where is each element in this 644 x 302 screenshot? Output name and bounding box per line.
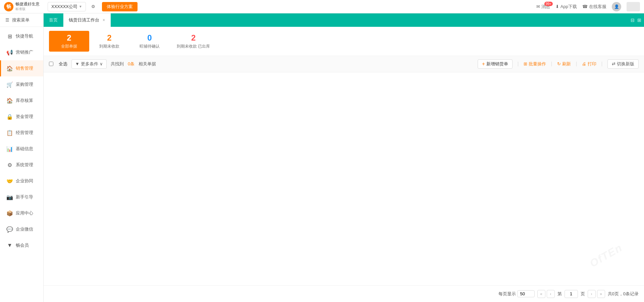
- system-icon: ⚙: [6, 162, 13, 168]
- prev-page-btn[interactable]: ‹: [547, 290, 555, 298]
- refresh-icon: ↻: [557, 61, 561, 66]
- filter-btn[interactable]: ▼ 更多条件 ∨: [71, 59, 107, 69]
- page-number-input[interactable]: [565, 290, 578, 298]
- sidebar-item-inventory[interactable]: 🏠 库存核算: [0, 93, 43, 109]
- new-sale-icon: +: [482, 61, 485, 67]
- batch-ops-btn[interactable]: ⊞ 批量操作: [524, 61, 546, 67]
- select-all-label: 全选: [59, 61, 67, 67]
- logo-icon: 畅: [4, 2, 13, 11]
- sidebar-item-sales[interactable]: 🏠 销售管理: [0, 60, 43, 76]
- settings-icon[interactable]: ⚙: [89, 2, 98, 11]
- toolbar-right: + 新增销货单 ⊞ 批量操作 ↻ 刷新 🖨 打印: [478, 59, 639, 69]
- sidebar-label-marketing: 营销推广: [16, 49, 33, 55]
- sidebar-item-member[interactable]: ▼ 畅会员: [0, 237, 43, 253]
- nav-tabs-actions: ⊟ ⊞: [631, 17, 644, 23]
- sidebar-label-finance: 资金管理: [16, 114, 33, 120]
- download-icon: ⬇: [555, 4, 559, 9]
- new-sale-btn[interactable]: + 新增销货单: [478, 59, 513, 69]
- per-page-label: 每页显示: [498, 291, 516, 297]
- sidebar-label-member: 畅会员: [16, 242, 29, 248]
- sidebar-menu: ⊞ 快捷导航 📢 营销推广 🏠 销售管理 🛒 采购管理 🏠 库存核算 🔒 资金管…: [0, 27, 43, 302]
- sidebar-item-operations[interactable]: 📋 经营管理: [0, 125, 43, 141]
- stat-card-overdue[interactable]: 2 到期未收款: [89, 31, 129, 52]
- message-badge: 99+: [544, 2, 553, 6]
- filter-arrow: ∨: [100, 61, 103, 66]
- tab-expand-btn[interactable]: ⊞: [637, 17, 641, 23]
- print-label: 打印: [588, 61, 596, 67]
- sidebar-item-weixin[interactable]: 💬 企业微信: [0, 221, 43, 237]
- sidebar-item-base-info[interactable]: 📊 基础信息: [0, 141, 43, 157]
- tab-close-icon[interactable]: ×: [103, 18, 105, 22]
- batch-icon: ⊞: [524, 61, 527, 66]
- stat-card-pending[interactable]: 0 旺辅待确认: [129, 31, 170, 52]
- sidebar-item-marketing[interactable]: 📢 营销推广: [0, 44, 43, 60]
- header-right: ✉ 消息 99+ ⬇ App下载 ☎ 在线客服 👤: [536, 2, 640, 11]
- tab-home[interactable]: 首页: [44, 13, 63, 27]
- sidebar-item-purchase[interactable]: 🛒 采购管理: [0, 76, 43, 93]
- stat-num-shipped: 2: [177, 33, 210, 43]
- logo-text: 畅捷通好生意: [15, 2, 40, 7]
- tab-active[interactable]: 钱货日清工作台 ×: [63, 13, 111, 27]
- toolbar-divider-1: [518, 62, 518, 66]
- marketing-icon: 📢: [6, 49, 13, 56]
- sidebar-item-system[interactable]: ⚙ 系统管理: [0, 157, 43, 173]
- stat-card-shipped[interactable]: 2 到期未收款 已出库: [170, 31, 217, 52]
- stat-num-all: 2: [56, 33, 82, 43]
- stat-num-pending: 0: [137, 33, 163, 43]
- sidebar-label-coop: 企业协同: [16, 178, 33, 184]
- switch-label: 切换新版: [617, 61, 634, 67]
- filter-label: 更多条件: [81, 61, 98, 67]
- last-page-btn[interactable]: »: [597, 290, 605, 298]
- operations-icon: 📋: [6, 130, 13, 136]
- online-service-btn[interactable]: ☎ 在线客服: [582, 4, 606, 10]
- sidebar-label-app-center: 应用中心: [16, 210, 33, 216]
- refresh-btn[interactable]: ↻ 刷新: [557, 61, 571, 67]
- trial-button[interactable]: 体验行业方案: [102, 2, 138, 11]
- search-menu-label: 搜索菜单: [12, 17, 30, 23]
- search-menu-icon: ☰: [5, 17, 9, 22]
- logo-area: 畅 畅捷通好生意 标准版: [4, 2, 48, 12]
- per-page-selector[interactable]: 50 20 100: [517, 290, 535, 297]
- first-page-btn[interactable]: «: [537, 290, 545, 298]
- app-download-label: App下载: [560, 4, 577, 10]
- sidebar-item-quick-nav[interactable]: ⊞ 快捷导航: [0, 28, 43, 44]
- pagination: 每页显示 50 20 100 « ‹ 第 页 › » 共0页，0条记录: [44, 285, 644, 302]
- stat-card-all[interactable]: 2 全部单据: [49, 31, 89, 52]
- sidebar-item-guide[interactable]: 📷 新手引导: [0, 189, 43, 205]
- sidebar: ☰ 搜索菜单 ⊞ 快捷导航 📢 营销推广 🏠 销售管理 🛒 采购管理 🏠 库存核…: [0, 0, 44, 302]
- tab-collapse-btn[interactable]: ⊟: [631, 17, 635, 23]
- avatar[interactable]: 👤: [612, 2, 621, 11]
- switch-icon: ⇄: [612, 61, 615, 66]
- company-selector[interactable]: XXXXXX公司 ▼: [48, 2, 86, 11]
- refresh-label: 刷新: [562, 61, 571, 67]
- found-suffix: 相关单据: [139, 61, 156, 67]
- select-all-checkbox[interactable]: [49, 62, 53, 66]
- stat-label-overdue: 到期未收款: [96, 44, 122, 49]
- page-nav: « ‹ 第 页 › »: [537, 290, 605, 298]
- message-icon: ✉: [536, 4, 540, 9]
- nav-tabs: 首页 钱货日清工作台 × ⊟ ⊞: [44, 13, 644, 27]
- next-page-btn[interactable]: ›: [588, 290, 596, 298]
- search-menu-btn[interactable]: ☰ 搜索菜单: [0, 13, 43, 27]
- user-menu[interactable]: [627, 2, 640, 11]
- sidebar-label-purchase: 采购管理: [16, 81, 33, 87]
- table-area: [44, 72, 644, 285]
- sidebar-label-guide: 新手引导: [16, 194, 33, 200]
- sidebar-item-finance[interactable]: 🔒 资金管理: [0, 109, 43, 125]
- switch-version-btn[interactable]: ⇄ 切换新版: [607, 59, 639, 69]
- sidebar-item-app-center[interactable]: 📦 应用中心: [0, 205, 43, 221]
- logo-tag: 标准版: [15, 7, 40, 11]
- message-btn[interactable]: ✉ 消息 99+: [536, 4, 550, 10]
- sidebar-item-coop[interactable]: 🤝 企业协同: [0, 173, 43, 189]
- sidebar-label-inventory: 库存核算: [16, 98, 33, 104]
- purchase-icon: 🛒: [6, 81, 13, 88]
- stat-label-all: 全部单据: [56, 44, 82, 49]
- stat-label-pending: 旺辅待确认: [137, 44, 163, 49]
- app-download-btn[interactable]: ⬇ App下载: [555, 4, 577, 10]
- guide-icon: 📷: [6, 194, 13, 200]
- page-total: 共0页，0条记录: [608, 291, 639, 297]
- print-btn[interactable]: 🖨 打印: [582, 61, 596, 67]
- page-suffix: 页: [581, 291, 585, 297]
- inventory-icon: 🏠: [6, 98, 13, 104]
- toolbar: 全选 ▼ 更多条件 ∨ 共找到 0条 相关单据 + 新增销货单 ⊞ 批量操作: [44, 56, 644, 72]
